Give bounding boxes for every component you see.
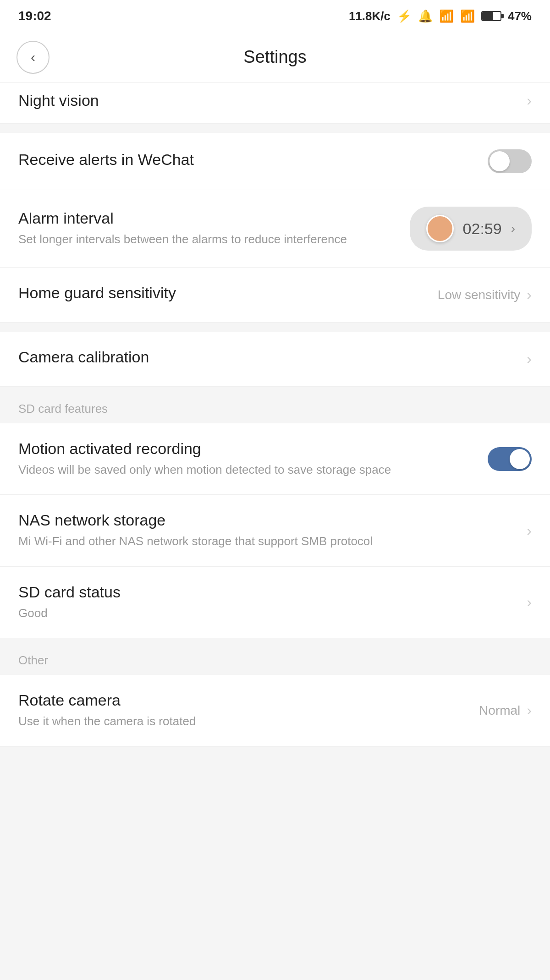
settings-container: Night vision › Receive alerts in WeChat … — [0, 82, 550, 747]
sd-card-status-label: SD card status — [18, 583, 517, 601]
nas-storage-right: › — [527, 522, 532, 539]
alarm-interval-subtitle: Set longer intervals between the alarms … — [18, 231, 410, 247]
timer-knob-icon — [426, 215, 454, 242]
camera-calibration-right: › — [527, 350, 532, 367]
receive-alerts-left: Receive alerts in WeChat — [18, 151, 478, 172]
toggle-knob — [490, 151, 510, 171]
home-guard-label: Home guard sensitivity — [18, 284, 429, 302]
network-speed: 11.8K/c — [349, 9, 390, 23]
alarm-interval-left: Alarm interval Set longer intervals betw… — [18, 209, 410, 247]
sd-card-status-row[interactable]: SD card status Good › — [0, 567, 550, 638]
home-guard-chevron-icon: › — [527, 286, 532, 303]
rotate-camera-right: Normal › — [479, 702, 532, 719]
battery-percent: 47% — [508, 9, 532, 23]
sd-card-status-right: › — [527, 594, 532, 611]
motion-recording-left: Motion activated recording Videos will b… — [18, 440, 478, 478]
rotate-camera-value: Normal — [479, 703, 520, 718]
camera-calibration-row[interactable]: Camera calibration › — [0, 332, 550, 387]
sd-card-section: SD card features — [0, 387, 550, 423]
night-vision-row[interactable]: Night vision › — [0, 82, 550, 124]
page-title: Settings — [243, 47, 306, 67]
motion-recording-right — [488, 447, 532, 471]
back-icon: ‹ — [31, 49, 35, 65]
receive-alerts-label: Receive alerts in WeChat — [18, 151, 478, 169]
home-guard-right: Low sensitivity › — [438, 286, 532, 303]
sd-card-section-label: SD card features — [18, 402, 108, 416]
motion-recording-label: Motion activated recording — [18, 440, 478, 458]
timer-chevron-icon: › — [511, 221, 515, 236]
bell-icon: 🔔 — [418, 9, 433, 23]
rotate-camera-subtitle: Use it when the camera is rotated — [18, 713, 470, 729]
nas-storage-row[interactable]: NAS network storage Mi Wi-Fi and other N… — [0, 495, 550, 566]
other-section: Other — [0, 638, 550, 675]
nas-storage-chevron-icon: › — [527, 522, 532, 539]
timer-value: 02:59 — [463, 220, 502, 238]
night-vision-label: Night vision — [18, 92, 99, 109]
alarm-interval-timer[interactable]: 02:59 › — [410, 207, 532, 251]
app-header: ‹ Settings — [0, 32, 550, 82]
camera-calibration-label: Camera calibration — [18, 348, 517, 366]
rotate-camera-left: Rotate camera Use it when the camera is … — [18, 691, 470, 729]
spacer-2 — [0, 323, 550, 332]
nas-storage-left: NAS network storage Mi Wi-Fi and other N… — [18, 511, 517, 549]
receive-alerts-right — [488, 149, 532, 173]
motion-recording-row[interactable]: Motion activated recording Videos will b… — [0, 423, 550, 495]
home-guard-row[interactable]: Home guard sensitivity Low sensitivity › — [0, 268, 550, 323]
other-section-label: Other — [18, 653, 48, 668]
bluetooth-icon: ⚡ — [397, 9, 412, 23]
sd-card-status-left: SD card status Good — [18, 583, 517, 621]
toggle-knob-on — [510, 449, 530, 469]
home-guard-value: Low sensitivity — [438, 288, 521, 302]
spacer-1 — [0, 124, 550, 133]
status-icons: 11.8K/c ⚡ 🔔 📶 📶 47% — [349, 9, 532, 23]
sd-card-status-chevron-icon: › — [527, 594, 532, 611]
rotate-camera-chevron-icon: › — [527, 702, 532, 719]
night-vision-chevron-icon: › — [527, 92, 532, 109]
status-bar: 19:02 11.8K/c ⚡ 🔔 📶 📶 47% — [0, 0, 550, 32]
battery-icon — [481, 11, 501, 21]
alarm-interval-row[interactable]: Alarm interval Set longer intervals betw… — [0, 190, 550, 268]
nas-storage-subtitle: Mi Wi-Fi and other NAS network storage t… — [18, 533, 517, 549]
receive-alerts-toggle[interactable] — [488, 149, 532, 173]
back-button[interactable]: ‹ — [16, 41, 50, 74]
home-guard-left: Home guard sensitivity — [18, 284, 429, 306]
rotate-camera-label: Rotate camera — [18, 691, 470, 709]
receive-alerts-row[interactable]: Receive alerts in WeChat — [0, 133, 550, 190]
sd-card-status-value: Good — [18, 605, 517, 621]
camera-calibration-left: Camera calibration — [18, 348, 517, 370]
motion-recording-toggle[interactable] — [488, 447, 532, 471]
status-time: 19:02 — [18, 9, 51, 23]
nas-storage-label: NAS network storage — [18, 511, 517, 529]
camera-calibration-chevron-icon: › — [527, 350, 532, 367]
alarm-interval-label: Alarm interval — [18, 209, 410, 227]
rotate-camera-row[interactable]: Rotate camera Use it when the camera is … — [0, 675, 550, 746]
wifi-icon: 📶 — [439, 9, 454, 23]
motion-recording-subtitle: Videos will be saved only when motion de… — [18, 461, 478, 478]
signal-icon: 📶 — [460, 9, 475, 23]
